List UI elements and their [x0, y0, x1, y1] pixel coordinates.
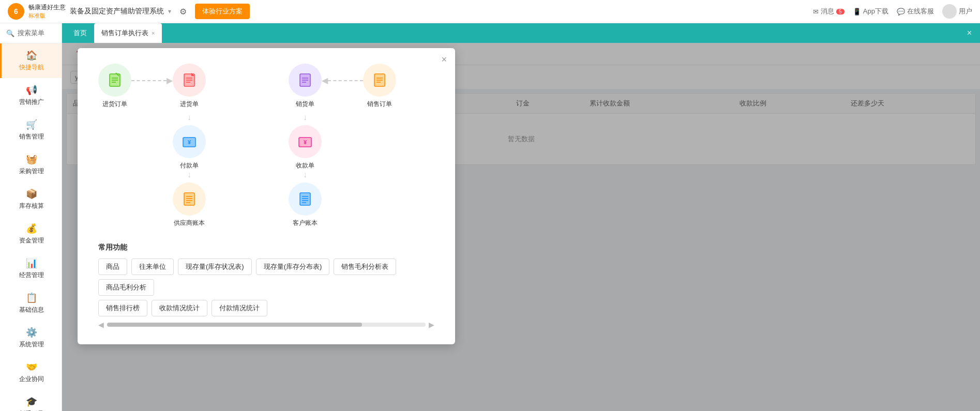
avatar [942, 4, 957, 19]
sidebar-item-enterprise[interactable]: 🤝 企业协同 [0, 355, 62, 390]
tab-close-button[interactable]: × [152, 30, 155, 36]
scroll-left-arrow[interactable]: ◀ [98, 321, 104, 329]
btn-payment-stats[interactable]: 付款情况统计 [212, 300, 267, 316]
sales-bill-icon [289, 64, 322, 97]
customer-ledger-icon [289, 182, 322, 216]
sidebar-item-basic-info[interactable]: 📋 基础信息 [0, 286, 62, 321]
payment-bill-icon: ¥ [173, 125, 206, 158]
finance-icon: 💰 [26, 223, 37, 234]
flow-node-purchase-order[interactable]: 进货订单 [98, 64, 131, 109]
sidebar-item-quick-guide[interactable]: 🏠 快捷导航 [0, 43, 62, 78]
sidebar: 🔍 搜索菜单 🏠 快捷导航 📢 营销推广 🛒 销售管理 🧺 采购管理 📦 库存核… [0, 23, 62, 411]
common-buttons-row2: 销售排行榜 收款情况统计 付款情况统计 [98, 300, 434, 316]
sidebar-item-inventory[interactable]: 📦 库存核算 [0, 182, 62, 217]
tab-bar: 首页 销售订单执行表 × × [62, 23, 980, 43]
tab-bar-close-icon[interactable]: × [963, 28, 976, 38]
service-icon: 💬 [897, 8, 905, 16]
scroll-right-arrow[interactable]: ▶ [429, 321, 434, 329]
scroll-thumb [107, 323, 362, 327]
flow-node-sales-bill[interactable]: 销货单 [289, 64, 322, 109]
btn-receipt-stats[interactable]: 收款情况统计 [152, 300, 207, 316]
flow-node-purchase-bill[interactable]: 进货单 [173, 64, 206, 109]
common-buttons-row1: 商品 往来单位 现存量(库存状况表) 现存量(库存分布表) 销售毛利分析表 商品… [98, 258, 434, 296]
tab-home[interactable]: 首页 [66, 23, 94, 43]
btn-stock-status[interactable]: 现存量(库存状况表) [178, 258, 252, 275]
logo-icon: 6 [8, 3, 24, 20]
btn-product-profit-analysis[interactable]: 商品毛利分析 [98, 279, 154, 296]
sales-order-icon [363, 64, 396, 97]
new-guide-icon: 🎓 [26, 396, 37, 407]
btn-stock-distribution[interactable]: 现存量(库存分布表) [256, 258, 330, 275]
supplier-ledger-icon [173, 182, 206, 216]
enterprise-icon: 🤝 [26, 361, 37, 373]
trial-button[interactable]: 体验行业方案 [195, 4, 250, 19]
message-button[interactable]: ✉ 消息 5 [813, 7, 845, 16]
system-dropdown-arrow[interactable]: ▾ [168, 8, 171, 15]
operations-icon: 📊 [26, 257, 37, 269]
purchase-bill-icon [173, 64, 206, 97]
search-icon: 🔍 [6, 29, 14, 37]
logo-text: 畅康通好生意 标准版 [28, 4, 66, 19]
purchase-icon: 🧺 [26, 154, 37, 165]
flow-node-sales-order[interactable]: 销售订单 [363, 64, 396, 109]
system-icon: ⚙️ [26, 327, 37, 338]
modal-close-button[interactable]: × [441, 54, 447, 65]
system-title-area: 装备及固定资产辅助管理系统 ▾ ⚙ 体验行业方案 [70, 4, 813, 19]
sidebar-item-finance[interactable]: 💰 资金管理 [0, 217, 62, 251]
svg-rect-25 [300, 193, 310, 205]
online-service-button[interactable]: 💬 在线客服 [897, 7, 934, 16]
modal-scrollbar: ◀ ▶ [98, 321, 434, 329]
common-functions-section: 常用功能 商品 往来单位 现存量(库存状况表) 现存量(库存分布表) 销售毛利分… [98, 243, 434, 316]
page-content: ❓ 帮助 🖨 按模板打印 ▾ ⬆ 导出 ↻ 刷新 [62, 43, 980, 411]
app-download-icon: 📱 [853, 8, 861, 16]
logo-area: 6 畅康通好生意 标准版 [8, 3, 70, 20]
top-bar: 6 畅康通好生意 标准版 装备及固定资产辅助管理系统 ▾ ⚙ 体验行业方案 ✉ … [0, 0, 980, 23]
btn-product[interactable]: 商品 [98, 258, 127, 275]
svg-text:¥: ¥ [304, 139, 307, 145]
sidebar-item-purchase[interactable]: 🧺 采购管理 [0, 147, 62, 182]
marketing-icon: 📢 [26, 84, 37, 96]
svg-text:¥: ¥ [188, 139, 191, 145]
sidebar-item-marketing[interactable]: 📢 营销推广 [0, 78, 62, 113]
sales-icon: 🛒 [26, 119, 37, 130]
sidebar-item-sales[interactable]: 🛒 销售管理 [0, 113, 62, 147]
basic-info-icon: 📋 [26, 292, 37, 303]
message-icon: ✉ [813, 8, 819, 16]
message-badge: 5 [836, 9, 845, 14]
flow-diagram: 进货订单 ▶ [98, 64, 434, 227]
settings-icon[interactable]: ⚙ [179, 7, 187, 17]
btn-sales-profit-analysis[interactable]: 销售毛利分析表 [334, 258, 396, 275]
modal-box: × [78, 48, 455, 344]
sidebar-item-system[interactable]: ⚙️ 系统管理 [0, 321, 62, 355]
btn-contacts[interactable]: 往来单位 [131, 258, 174, 275]
inventory-icon: 📦 [26, 188, 37, 200]
sidebar-item-new-guide[interactable]: 🎓 新手引导 [0, 390, 62, 411]
main-layout: 🔍 搜索菜单 🏠 快捷导航 📢 营销推广 🛒 销售管理 🧺 采购管理 📦 库存核… [0, 23, 980, 411]
top-right-area: ✉ 消息 5 📱 App下载 💬 在线客服 用户 [813, 4, 972, 19]
svg-rect-20 [184, 193, 194, 205]
sidebar-item-operations[interactable]: 📊 经营管理 [0, 251, 62, 286]
search-menu-item[interactable]: 🔍 搜索菜单 [0, 23, 62, 43]
quick-guide-icon: 🏠 [26, 50, 37, 61]
scroll-track[interactable] [107, 323, 426, 327]
purchase-order-icon [98, 64, 131, 97]
system-title: 装备及固定资产辅助管理系统 [70, 7, 164, 16]
user-avatar-area[interactable]: 用户 [942, 4, 972, 19]
content-area: 首页 销售订单执行表 × × ❓ 帮助 🖨 按模板打印 ▾ [62, 23, 980, 411]
modal-overlay: × [62, 43, 980, 411]
app-download-button[interactable]: 📱 App下载 [853, 7, 888, 16]
btn-sales-ranking[interactable]: 销售排行榜 [98, 300, 147, 316]
receipt-bill-icon: ¥ [289, 125, 322, 158]
tab-sales-order[interactable]: 销售订单执行表 × [94, 23, 162, 43]
common-functions-title: 常用功能 [98, 243, 434, 252]
